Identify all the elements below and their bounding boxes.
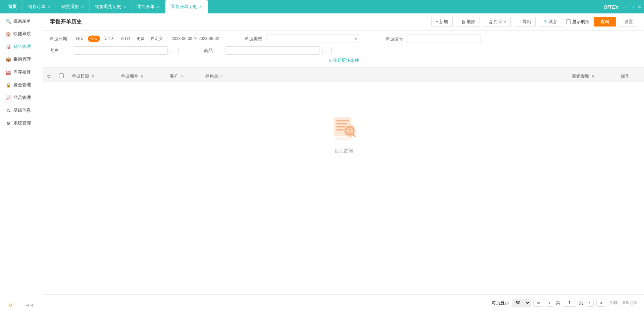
- close-icon[interactable]: ✕: [199, 5, 202, 9]
- col-guide: 导购员 ⇅: [201, 70, 243, 82]
- sort-customer-icon[interactable]: ⇅: [181, 74, 184, 78]
- minimize-button[interactable]: —: [623, 4, 627, 9]
- tab-home-label: 首页: [8, 4, 17, 10]
- delete-icon: 🗑: [461, 19, 465, 24]
- sidebar-item-sales-mgmt[interactable]: 📊 销售管理: [0, 40, 43, 53]
- warehouse-icon: 🏭: [5, 69, 11, 75]
- goods-filter: 商品 ...: [204, 46, 332, 55]
- empty-text: 暂无数据: [334, 148, 353, 154]
- col-date: 单据日期 ⇅: [68, 70, 117, 82]
- add-button[interactable]: + 新增: [431, 17, 452, 27]
- print-button[interactable]: 🖨 打印 ▾: [484, 17, 511, 27]
- toolbar: + 新增 🗑 删除 🖨 打印 ▾ ↑ 导出 ↻ 刷新: [431, 17, 637, 27]
- sidebar-item-finance[interactable]: 🔒 资金管理: [0, 79, 43, 91]
- tab-home[interactable]: 首页: [3, 0, 22, 13]
- goods-ellipsis-button[interactable]: ...: [322, 47, 332, 54]
- tab-sales-return[interactable]: 销货退货 ✕: [56, 0, 90, 13]
- sidebar-item-sales-mgmt-label: 销售管理: [13, 44, 31, 50]
- type-filter: 单据类型 ▾: [245, 35, 360, 43]
- customer-filter-input[interactable]: [74, 46, 168, 55]
- col-customer-label: 客户: [170, 73, 179, 79]
- col-date-label: 单据日期: [72, 73, 89, 79]
- per-page-select[interactable]: 50 10 20 100: [512, 299, 531, 307]
- page-suffix-label: 页: [579, 300, 583, 306]
- sidebar-search[interactable]: 🔍 搜索采单: [0, 15, 43, 28]
- column-settings-icon[interactable]: ⚙: [47, 74, 51, 79]
- export-button[interactable]: ↑ 导出: [515, 17, 536, 27]
- shortcut-yesterday[interactable]: 昨天: [74, 36, 86, 42]
- sidebar-item-inventory-label: 库存核算: [13, 69, 31, 75]
- last-page-button[interactable]: ⊳: [596, 299, 606, 307]
- close-button[interactable]: ✕: [638, 4, 641, 9]
- first-page-button[interactable]: ⊲: [533, 299, 543, 307]
- settings-config-button[interactable]: 设置: [620, 17, 637, 27]
- next-page-button[interactable]: ›: [586, 299, 593, 307]
- sort-number-icon[interactable]: ⇅: [141, 74, 143, 78]
- shortcut-more[interactable]: 更多: [135, 36, 147, 42]
- sort-amount-icon[interactable]: ⇅: [592, 74, 594, 78]
- close-icon[interactable]: ✕: [157, 5, 160, 9]
- tab-retail-open[interactable]: 零售开单 ✕: [132, 0, 165, 13]
- search-icon: 🔍: [5, 18, 11, 24]
- filter-section: 单据日期 昨天 今天 近7天 近1月 更多 自定义 2023-06-02 至 2…: [43, 31, 644, 55]
- sidebar-item-operations[interactable]: 📈 经营管理: [0, 91, 43, 104]
- tab-sales-order[interactable]: 销售订单 ✕: [22, 0, 56, 13]
- close-icon[interactable]: ✕: [81, 5, 84, 9]
- sidebar-settings-button[interactable]: ⚙: [9, 303, 13, 308]
- tab-retail-open-label: 零售开单: [137, 4, 155, 10]
- tab-retail-history[interactable]: 零售开单历史 ✕: [165, 0, 208, 13]
- number-filter-label: 单据编号: [386, 36, 404, 42]
- tab-sales-order-label: 销售订单: [28, 4, 45, 10]
- shortcut-custom[interactable]: 自定义: [149, 36, 165, 42]
- tab-bar: 首页 销售订单 ✕ 销货退货 ✕ 销货退货历史 ✕ 零售开单 ✕ 零售开单历史 …: [0, 0, 644, 13]
- per-page-label: 每页显示: [492, 300, 509, 306]
- col-guide-label: 导购员: [205, 73, 218, 79]
- delete-button[interactable]: 🗑 删除: [457, 17, 480, 27]
- close-icon[interactable]: ✕: [123, 5, 126, 9]
- sidebar-item-basic-info[interactable]: 🗂 基础信息: [0, 104, 43, 117]
- sidebar-item-purchase-mgmt[interactable]: 📦 采购管理: [0, 53, 43, 66]
- chart-icon: 📊: [5, 44, 11, 50]
- table-head: ⚙ 单据日期 ⇅ 单据编号 ⇅: [43, 70, 644, 82]
- sidebar: 🔍 搜索采单 🏠 快捷导航 📊 销售管理 📦 采购管理 🏭 库存核算 🔒 资金管…: [0, 13, 43, 311]
- collapse-row: ∧ 收起更多条件: [50, 56, 637, 65]
- sidebar-collapse-button[interactable]: ◄◄: [25, 303, 34, 308]
- collapse-button[interactable]: ∧ 收起更多条件: [328, 57, 359, 63]
- maximize-button[interactable]: □: [631, 4, 634, 9]
- display-detail-checkbox[interactable]: [566, 19, 571, 24]
- type-filter-label: 单据类型: [245, 36, 263, 42]
- shortcut-1month[interactable]: 近1月: [118, 36, 133, 42]
- sort-guide-icon[interactable]: ⇅: [220, 74, 223, 78]
- sidebar-item-quick-nav[interactable]: 🏠 快捷导航: [0, 28, 43, 40]
- goods-filter-input[interactable]: [226, 46, 319, 55]
- customer-ellipsis-button[interactable]: ...: [169, 47, 179, 54]
- prev-page-button[interactable]: ‹: [546, 299, 553, 307]
- sidebar-item-system[interactable]: ⚙ 系统管理: [0, 117, 43, 129]
- filter-collapse-area: ∧ 收起更多条件: [43, 55, 644, 68]
- col-checkbox: [55, 70, 68, 82]
- col-action-label: 操作: [621, 73, 630, 79]
- display-detail-toggle[interactable]: 显示明细: [566, 19, 590, 25]
- sidebar-item-basic-info-label: 基础信息: [13, 107, 31, 113]
- select-all-checkbox[interactable]: [59, 73, 64, 78]
- refresh-button[interactable]: ↻ 刷新: [540, 17, 562, 27]
- query-button[interactable]: 查询: [594, 17, 616, 27]
- brand-label: OfTEn: [603, 4, 618, 10]
- close-icon[interactable]: ✕: [47, 5, 50, 9]
- sidebar-item-inventory[interactable]: 🏭 库存核算: [0, 66, 43, 79]
- number-filter-input[interactable]: [407, 35, 481, 43]
- empty-illustration: [327, 109, 360, 143]
- refresh-icon: ↻: [544, 19, 548, 24]
- shortcut-today[interactable]: 今天: [88, 36, 100, 42]
- col-settings: ⚙: [43, 70, 55, 82]
- main-layout: 🔍 搜索采单 🏠 快捷导航 📊 销售管理 📦 采购管理 🏭 库存核算 🔒 资金管…: [0, 13, 644, 311]
- col-number: 单据编号 ⇅: [117, 70, 166, 82]
- sort-date-icon[interactable]: ⇅: [92, 74, 94, 78]
- goods-filter-label: 商品: [204, 48, 223, 54]
- shortcut-7days[interactable]: 近7天: [102, 36, 116, 42]
- customer-filter-input-group: ...: [74, 46, 179, 55]
- col-amount-label: 实销金额: [572, 73, 589, 79]
- tab-sales-return-history[interactable]: 销货退货历史 ✕: [90, 0, 132, 13]
- type-filter-select[interactable]: ▾: [266, 35, 360, 43]
- page-number-input[interactable]: [563, 299, 576, 307]
